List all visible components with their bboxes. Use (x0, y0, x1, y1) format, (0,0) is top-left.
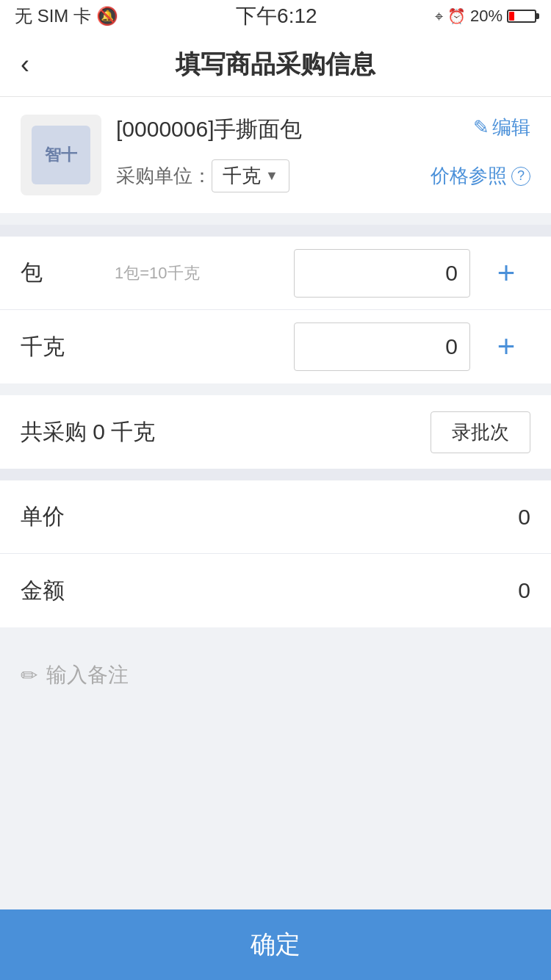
total-row: 共采购 0 千克 录批次 (0, 395, 551, 469)
product-image: 智十 (21, 115, 101, 195)
remark-placeholder: 输入备注 (46, 661, 129, 689)
edit-icon: ✎ (473, 116, 489, 139)
sim-status: 无 SIM 卡 🔕 (15, 4, 118, 28)
unit-selector-group: 采购单位： 千克 ▼ (116, 159, 289, 192)
pack-input[interactable]: 0 (294, 249, 470, 298)
pack-input-area: 0 + (200, 249, 530, 298)
product-name: [0000006]手撕面包 (116, 115, 302, 145)
batch-button[interactable]: 录批次 (431, 411, 530, 453)
battery-icon (507, 10, 536, 23)
alarm-icon: ⏰ (447, 7, 466, 25)
location-icon: ⌖ (435, 8, 443, 25)
status-bar: 无 SIM 卡 🔕 下午6:12 ⌖ ⏰ 20% (0, 0, 551, 32)
page-title: 填写商品采购信息 (176, 48, 375, 82)
unit-label: 采购单位： (116, 163, 212, 189)
product-info: [0000006]手撕面包 ✎ 编辑 采购单位： 千克 ▼ 价格参照 ? (116, 115, 530, 192)
kg-input-area: 0 + (109, 323, 530, 371)
content-area: 智十 [0000006]手撕面包 ✎ 编辑 采购单位： 千克 ▼ (0, 97, 551, 932)
unit-dropdown[interactable]: 千克 ▼ (212, 159, 289, 192)
status-time: 下午6:12 (236, 2, 317, 30)
status-right: ⌖ ⏰ 20% (435, 7, 536, 26)
help-icon: ? (511, 167, 530, 186)
edit-label: 编辑 (492, 115, 530, 140)
price-reference-button[interactable]: 价格参照 ? (431, 163, 530, 189)
battery-percentage: 20% (470, 7, 503, 26)
confirm-button[interactable]: 确定 (0, 909, 551, 980)
pack-plus-button[interactable]: + (482, 249, 530, 298)
divider-band-1 (0, 225, 551, 237)
amount-row: 金额 0 (0, 554, 551, 627)
kg-plus-button[interactable]: + (482, 323, 530, 371)
product-unit-row: 采购单位： 千克 ▼ 价格参照 ? (116, 159, 530, 192)
pack-input-row: 包 1包=10千克 0 + (0, 237, 551, 310)
amount-label: 金额 (21, 576, 65, 606)
amount-value: 0 (518, 578, 530, 603)
divider-band-2 (0, 469, 551, 480)
unit-price-value: 0 (518, 505, 530, 530)
total-text: 共采购 0 千克 (21, 417, 155, 447)
unit-price-row: 单价 0 (0, 480, 551, 554)
nav-bar: ‹ 填写商品采购信息 (0, 32, 551, 97)
quantity-input-section: 包 1包=10千克 0 + 千克 0 + (0, 237, 551, 383)
unit-price-label: 单价 (21, 502, 65, 532)
pencil-icon: ✏ (21, 663, 37, 688)
product-top-row: [0000006]手撕面包 ✎ 编辑 (116, 115, 530, 145)
pack-sublabel: 1包=10千克 (115, 262, 200, 284)
unit-value: 千克 (223, 163, 261, 189)
kg-label: 千克 (21, 332, 109, 362)
remark-section[interactable]: ✏ 输入备注 (0, 639, 551, 711)
bottom-spacer (0, 711, 551, 932)
kg-input[interactable]: 0 (294, 323, 470, 371)
product-logo: 智十 (32, 126, 90, 184)
back-button[interactable]: ‹ (21, 49, 29, 80)
pack-label: 包 (21, 258, 109, 288)
edit-button[interactable]: ✎ 编辑 (473, 115, 530, 140)
price-ref-label: 价格参照 (431, 163, 507, 189)
status-left: 无 SIM 卡 🔕 (15, 4, 118, 28)
kg-input-row: 千克 0 + (0, 310, 551, 383)
dropdown-icon: ▼ (265, 168, 278, 184)
product-card: 智十 [0000006]手撕面包 ✎ 编辑 采购单位： 千克 ▼ (0, 97, 551, 213)
price-info-section: 单价 0 金额 0 (0, 480, 551, 627)
